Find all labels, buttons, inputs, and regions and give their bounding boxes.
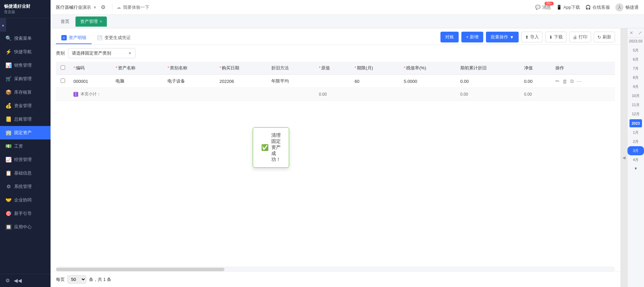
download-button[interactable]: ⬇ 下载 bbox=[545, 32, 566, 42]
collapse-icon[interactable]: ◀◀ bbox=[14, 278, 22, 284]
sidebar-item-quick-nav[interactable]: ⚡快捷导航 bbox=[0, 45, 51, 59]
success-check-icon: ✅ bbox=[261, 144, 269, 151]
select-all-checkbox[interactable] bbox=[61, 65, 65, 70]
timeline-month-12月[interactable]: 12月 bbox=[627, 109, 644, 119]
sidebar-item-fixed-assets[interactable]: 🏢固定资产 bbox=[0, 126, 51, 139]
timeline-month-11月[interactable]: 11月 bbox=[627, 100, 644, 109]
cell-residual-rate: 5.0000 bbox=[400, 75, 456, 88]
timeline-month-3月[interactable]: 3月 bbox=[627, 146, 644, 155]
sidebar-item-app-center[interactable]: 🔲应用中心 bbox=[0, 220, 51, 234]
subtotal-original: 0.00 bbox=[315, 88, 350, 101]
category-select[interactable]: 请选择固定资产类别 ▼ bbox=[68, 48, 135, 58]
right-panel: ✕ ⤢ 2023.03 5月6月7月8月9月10月11月12月20231月2月3… bbox=[627, 28, 644, 287]
app-download-button[interactable]: 📱 App下载 bbox=[556, 4, 580, 10]
cell-actions: ✏ 🗑 ⧉ ⋯ bbox=[551, 75, 615, 88]
settings-icon[interactable]: ⚙ bbox=[5, 278, 10, 284]
timeline-month-7月[interactable]: 7月 bbox=[627, 64, 644, 73]
timeline-month-1月[interactable]: 1月 bbox=[627, 128, 644, 137]
edit-icon[interactable]: ✏ bbox=[555, 78, 560, 84]
sidebar-item-inventory[interactable]: 📦库存核算 bbox=[0, 86, 51, 99]
sidebar-item-search[interactable]: 🔍搜索菜单 bbox=[0, 32, 51, 45]
more-icon[interactable]: ⋯ bbox=[577, 78, 582, 84]
sub-tabs: ≡ 资产明细 📄 变更生成凭证 对账 + 新增 批量操作 ▼ ⬆ bbox=[51, 28, 620, 45]
timeline-month-10月[interactable]: 10月 bbox=[627, 91, 644, 100]
cloud-icon: ☁ bbox=[117, 5, 121, 10]
scrollbar-thumb[interactable] bbox=[56, 268, 224, 271]
tab-home[interactable]: 首页 bbox=[56, 17, 74, 27]
experience-button[interactable]: ☁ 我要体验一下 bbox=[117, 4, 149, 10]
sidebar-item-label: 库存核算 bbox=[14, 89, 32, 95]
change-voucher-icon: 📄 bbox=[97, 35, 102, 40]
inventory-icon: 📦 bbox=[5, 89, 11, 95]
sidebar-item-label: 基础信息 bbox=[14, 170, 32, 176]
total-label: 条，共 1 条 bbox=[89, 277, 111, 283]
sub-tab-change-voucher[interactable]: 📄 变更生成凭证 bbox=[92, 32, 136, 44]
sidebar-item-label: 新手引导 bbox=[14, 211, 32, 217]
sidebar-item-business[interactable]: 📈经营管理 bbox=[0, 153, 51, 166]
topbar-right: 💬 消息 99+ 📱 App下载 🎧 在线客服 人 畅捷通 bbox=[535, 3, 639, 11]
sidebar-item-label: 应用中心 bbox=[14, 224, 32, 230]
sidebar-logo: 畅捷通好业财 普及版 bbox=[0, 0, 51, 18]
sidebar-item-label: 销售管理 bbox=[14, 62, 32, 68]
batch-label: 批量操作 bbox=[491, 34, 508, 40]
subtotal-empty3 bbox=[400, 88, 456, 101]
sidebar-item-collab[interactable]: 🤝企业协同 bbox=[0, 193, 51, 207]
panel-expand-icon[interactable]: ⤢ bbox=[638, 30, 642, 35]
copy-icon[interactable]: ⧉ bbox=[570, 78, 574, 84]
sidebar-item-salary[interactable]: 💵工资 bbox=[0, 139, 51, 153]
per-page-select[interactable]: 50 100 200 bbox=[67, 275, 86, 284]
fixed-assets-icon: 🏢 bbox=[5, 130, 11, 136]
tabs-bar: 首页 资产管理 × bbox=[51, 15, 644, 28]
panel-close-icon[interactable]: ✕ bbox=[630, 30, 633, 35]
sidebar-item-ledger[interactable]: 📒总账管理 bbox=[0, 113, 51, 126]
system-icon: ⚙ bbox=[5, 184, 11, 190]
sidebar-scroll-up[interactable]: ▲ bbox=[0, 18, 6, 32]
sub-tab-asset-detail[interactable]: ≡ 资产明细 bbox=[56, 32, 92, 44]
online-service-button[interactable]: 🎧 在线客服 bbox=[585, 4, 610, 10]
timeline-month-2月[interactable]: 2月 bbox=[627, 137, 644, 146]
tab-close-button[interactable]: × bbox=[100, 19, 102, 24]
app-download-label: App下载 bbox=[563, 4, 580, 10]
message-button[interactable]: 💬 消息 99+ bbox=[535, 4, 551, 10]
timeline-month-9月[interactable]: 9月 bbox=[627, 82, 644, 91]
print-button[interactable]: 🖨 打印 bbox=[569, 32, 591, 42]
sidebar-item-capital[interactable]: 💰资金管理 bbox=[0, 99, 51, 113]
message-badge: 99+ bbox=[545, 2, 554, 5]
sidebar-item-system[interactable]: ⚙系统管理 bbox=[0, 180, 51, 193]
row-checkbox-cell bbox=[56, 75, 69, 88]
batch-button[interactable]: 批量操作 ▼ bbox=[486, 32, 519, 42]
message-icon: 💬 bbox=[535, 5, 541, 10]
cell-category: 电子设备 bbox=[163, 75, 215, 88]
sidebar-item-basic-info[interactable]: 📋基础信息 bbox=[0, 166, 51, 180]
panel-toggle[interactable]: ◀ bbox=[620, 28, 627, 287]
new-button[interactable]: + 新增 bbox=[461, 32, 483, 42]
subtotal-label: Σ 本页小计： bbox=[69, 88, 315, 101]
company-selector[interactable]: 医疗器械行业演示 ▼ bbox=[56, 4, 97, 10]
gear-icon[interactable]: ⚙ bbox=[101, 4, 105, 10]
horizontal-scrollbar[interactable] bbox=[56, 267, 615, 272]
timeline-month-6月[interactable]: 6月 bbox=[627, 55, 644, 64]
user-menu[interactable]: 人 畅捷通 bbox=[615, 3, 639, 11]
subtotal-net: 0.00 bbox=[520, 88, 551, 101]
header-accumulated: 期初累计折旧 bbox=[456, 62, 520, 75]
refresh-button[interactable]: ↻ 刷新 bbox=[594, 32, 615, 42]
sidebar-item-purchase[interactable]: 🛒采购管理 bbox=[0, 72, 51, 86]
batch-dropdown-icon: ▼ bbox=[510, 35, 514, 40]
timeline-month-8月[interactable]: 8月 bbox=[627, 73, 644, 82]
refresh-icon: ↻ bbox=[597, 35, 601, 40]
sidebar-item-guide[interactable]: 🎯新手引导 bbox=[0, 207, 51, 220]
timeline-month-5月[interactable]: 5月 bbox=[627, 46, 644, 55]
delete-icon[interactable]: 🗑 bbox=[562, 78, 568, 84]
sidebar-item-sales[interactable]: 📊销售管理 bbox=[0, 59, 51, 72]
timeline-month-4月[interactable]: 4月 bbox=[627, 155, 644, 164]
subtotal-empty1 bbox=[56, 88, 69, 101]
sidebar-item-label: 系统管理 bbox=[14, 184, 32, 190]
timeline-down-arrow[interactable]: ▼ bbox=[627, 164, 644, 172]
row-checkbox[interactable] bbox=[61, 78, 65, 83]
import-button[interactable]: ⬆ 导入 bbox=[521, 32, 543, 42]
company-name: 医疗器械行业演示 bbox=[56, 4, 91, 10]
reconcile-button[interactable]: 对账 bbox=[440, 32, 459, 42]
sidebar-item-label: 企业协同 bbox=[14, 197, 32, 203]
sidebar-item-label: 搜索菜单 bbox=[14, 35, 32, 41]
tab-asset-management[interactable]: 资产管理 × bbox=[75, 17, 107, 27]
